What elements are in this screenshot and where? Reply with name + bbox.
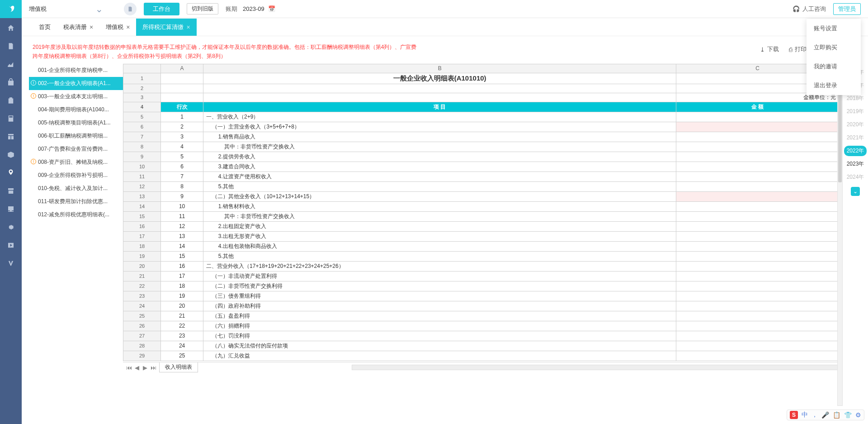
nav-template-icon[interactable] (0, 129, 22, 145)
download-icon: ⤓ (760, 46, 765, 53)
print-button[interactable]: ⎙打印 (789, 45, 807, 53)
ime-logo-icon: S (790, 411, 798, 419)
switch-old-button[interactable]: 切到旧版 (187, 3, 218, 14)
nav-box-icon[interactable] (0, 147, 22, 163)
menu-logout[interactable]: 退出登录 (807, 76, 861, 95)
form-item-001[interactable]: 001-企业所得税年度纳税申... (29, 64, 123, 77)
form-item-011[interactable]: 011-研发费用加计扣除优惠... (29, 195, 123, 208)
form-item-010[interactable]: 010-免税、减计收入及加计... (29, 182, 123, 195)
header-doc-icon[interactable] (124, 3, 137, 15)
year-2023年[interactable]: 2023年 (844, 159, 867, 169)
year-collapse-icon[interactable]: ⌄ (851, 187, 860, 196)
form-item-005[interactable]: 005-纳税调整项目明细表(A1... (29, 116, 123, 129)
tab-所得税汇算清缴[interactable]: 所得税汇算清缴× (136, 19, 196, 36)
form-item-004[interactable]: 004-期间费用明细表(A1040... (29, 103, 123, 116)
sheet-tab-bar: ⏮◀▶⏭ 收入明细表 (123, 362, 839, 373)
year-2019年[interactable]: 2019年 (844, 106, 867, 117)
nav-home-icon[interactable] (0, 20, 22, 36)
page-tabs: 首页税表清册×增值税×所得税汇算清缴× (22, 18, 868, 36)
warning-icon: ! (31, 80, 36, 86)
close-icon[interactable]: × (186, 24, 190, 31)
sheet-nav-arrows[interactable]: ⏮◀▶⏭ (123, 364, 159, 371)
forms-list: 001-企业所得税年度纳税申...!002-一般企业收入明细表(A1...!00… (22, 64, 123, 424)
period-label: 账期 (226, 5, 237, 13)
nav-doc-icon[interactable] (0, 38, 22, 54)
menu-account-settings[interactable]: 账号设置 (807, 19, 861, 38)
vertical-scrollbar[interactable] (837, 81, 843, 406)
form-item-007[interactable]: 007-广告费和业务宣传费跨... (29, 143, 123, 156)
toolbar: ⤓下载 ⎙打印 ↻重置 (429, 36, 868, 57)
period-value[interactable]: 2023-09 (243, 5, 264, 12)
admin-button[interactable]: 管理员 (833, 3, 861, 15)
top-header: 增值税 ⌄ 工作台 切到旧版 账期 2023-09 📅 🎧 人工咨询 管理员 (22, 0, 868, 18)
form-item-008[interactable]: !008-资产折旧、摊销及纳税... (29, 156, 123, 169)
close-icon[interactable]: × (90, 24, 93, 31)
horizontal-scrollbar[interactable] (352, 365, 839, 370)
app-logo[interactable] (0, 0, 22, 18)
tab-税表清册[interactable]: 税表清册× (57, 19, 99, 36)
print-icon: ⎙ (789, 46, 793, 53)
form-item-006[interactable]: 006-职工薪酬纳税调整明细... (29, 129, 123, 143)
nav-tax-icon[interactable] (0, 165, 22, 181)
close-icon[interactable]: × (126, 24, 130, 31)
nav-video-icon[interactable] (0, 237, 22, 253)
ime-mode[interactable]: 中 (802, 411, 808, 419)
nav-inbox-icon[interactable] (0, 201, 22, 217)
left-sidebar (0, 0, 22, 424)
nav-gear-icon[interactable] (0, 219, 22, 235)
menu-buy-now[interactable]: 立即购买 (807, 38, 861, 57)
admin-dropdown-menu: 账号设置 立即购买 我的邀请 退出登录 (807, 19, 861, 95)
form-item-009[interactable]: 009-企业所得税弥补亏损明... (29, 169, 123, 182)
warning-icon: ! (31, 93, 36, 99)
sheet-tab[interactable]: 收入明细表 (159, 362, 198, 372)
workbench-button[interactable]: 工作台 (144, 3, 179, 15)
form-item-012[interactable]: 012-减免所得税优惠明细表(... (29, 208, 123, 221)
ime-skin-icon[interactable]: 👕 (844, 411, 852, 419)
company-selector[interactable]: 增值税 ⌄ (29, 4, 110, 14)
year-2024年[interactable]: 2024年 (844, 172, 867, 182)
year-2022年[interactable]: 2022年 (844, 146, 867, 156)
nav-v-icon[interactable] (0, 255, 22, 272)
nav-chart-icon[interactable] (0, 56, 22, 72)
year-2020年[interactable]: 2020年 (844, 119, 867, 130)
headset-icon: 🎧 (793, 5, 800, 12)
ime-clip-icon[interactable]: 📋 (833, 411, 840, 419)
nav-archive-icon[interactable] (0, 183, 22, 199)
year-2021年[interactable]: 2021年 (844, 133, 867, 143)
ime-toolbar[interactable]: S 中 ， 🎤 📋 👕 ⚙ (787, 410, 864, 420)
tab-增值税[interactable]: 增值税× (99, 19, 136, 36)
consult-button[interactable]: 🎧 人工咨询 (793, 5, 826, 13)
nav-clipboard-icon[interactable] (0, 92, 22, 109)
chevron-down-icon: ⌄ (95, 4, 103, 14)
calendar-icon[interactable]: 📅 (268, 5, 275, 12)
tab-首页[interactable]: 首页 (33, 19, 57, 36)
main-content: 2019年度涉及取以前年度结转数据的申报表单元格需要手工维护正确，才能保证本年及… (22, 36, 868, 424)
ime-mic-icon[interactable]: 🎤 (821, 411, 829, 419)
sheet-table[interactable]: ABC1一般企业收入明细表(A101010)23金额单位：元4行次项 目金 额5… (123, 64, 839, 361)
form-item-002[interactable]: !002-一般企业收入明细表(A1... (29, 77, 123, 90)
warning-banner: 2019年度涉及取以前年度结转数据的申报表单元格需要手工维护正确，才能保证本年及… (22, 36, 429, 64)
menu-my-invites[interactable]: 我的邀请 (807, 57, 861, 76)
nav-bag-icon[interactable] (0, 74, 22, 91)
company-name: 增值税 (29, 5, 47, 13)
ime-more-icon[interactable]: ⚙ (855, 411, 861, 419)
nav-calc-icon[interactable] (0, 110, 22, 127)
download-button[interactable]: ⤓下载 (760, 45, 779, 53)
warning-icon: ! (31, 159, 36, 164)
form-item-003[interactable]: !003-一般企业成本支出明细... (29, 90, 123, 103)
spreadsheet: ABC1一般企业收入明细表(A101010)23金额单位：元4行次项 目金 额5… (123, 64, 839, 424)
ime-punct-icon[interactable]: ， (811, 411, 818, 419)
